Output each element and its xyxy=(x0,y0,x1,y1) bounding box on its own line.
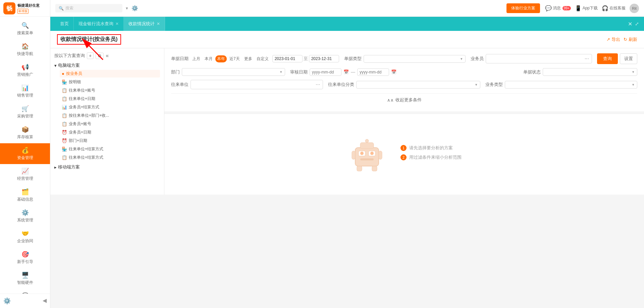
review-date-calendar-icon1[interactable]: 📅 xyxy=(343,69,349,74)
footer-settings-icon[interactable]: ⚙️ xyxy=(3,297,11,305)
tab-bank[interactable]: 现金银行流水查询 ✕ xyxy=(74,17,124,31)
step-label-1: 请先选择要分析的方案 xyxy=(409,145,453,151)
salesperson-more-icon[interactable]: ··· xyxy=(585,56,589,62)
sidebar-label-basic: 基础信息 xyxy=(17,197,33,202)
search-icon: 🔍 xyxy=(21,22,29,29)
scheme-collapse-button[interactable]: « xyxy=(106,53,109,59)
message-icon[interactable]: 💬 消息 99+ xyxy=(545,5,571,11)
sidebar-item-wechat[interactable]: 💬 企业微信 xyxy=(0,289,50,294)
trial-button[interactable]: 体验行业方案 xyxy=(506,3,540,13)
scheme-add-button[interactable]: + xyxy=(87,52,94,59)
scheme-item-icon-unit-account: 📋 xyxy=(62,88,67,93)
scheme-item-label-sp-date: 业务员+日期 xyxy=(69,130,91,135)
topbar-chevron-icon[interactable]: ▾ xyxy=(126,6,128,11)
filter-counterpart: 往来单位 ··· xyxy=(171,80,323,89)
date-tab-this-year[interactable]: 本年 xyxy=(215,55,227,62)
sidebar-item-operation[interactable]: 📈 经营管理 xyxy=(0,164,50,185)
scheme-item-unit-account[interactable]: 📋 往来单位+账号 xyxy=(60,87,160,94)
scheme-item-dept-date[interactable]: ⏰ 部门+日期 xyxy=(60,137,160,145)
filter-review-date-label: 审核日期 xyxy=(290,69,308,75)
topbar-icons: 💬 消息 99+ 📱 App下载 🎧 在线客服 Rit xyxy=(545,4,639,13)
sidebar-item-basic[interactable]: 🗂️ 基础信息 xyxy=(0,185,50,206)
export-button[interactable]: ↗ 导出 xyxy=(606,37,620,43)
footer-collapse-icon[interactable]: ◀‌‌ xyxy=(43,297,47,305)
review-date-calendar-icon2[interactable]: 📅 xyxy=(391,69,396,74)
scheme-item-salesperson[interactable]: ● 按业务员 xyxy=(60,70,160,78)
logo-area: 畅 畅捷通好生意 标准版 xyxy=(0,0,50,17)
scheme-item-label-sp-account: 业务员+账号 xyxy=(69,121,91,127)
sidebar-item-marketing[interactable]: 📢 营销推广 xyxy=(0,60,50,81)
step-num-2: 2 xyxy=(400,154,407,160)
pc-group-label[interactable]: ▾ 电脑端方案 xyxy=(54,62,160,68)
scheme-item-detail[interactable]: 🏪 按明细 xyxy=(60,78,160,86)
window-expand-icon[interactable]: ⤢ xyxy=(635,21,639,27)
sidebar-label-inventory: 库存核算 xyxy=(17,134,33,140)
scheme-item-unit-dept[interactable]: 📋 按往来单位+部门+收... xyxy=(60,112,160,119)
sidebar-item-search[interactable]: 🔍 搜索菜单 xyxy=(0,18,50,39)
biz-type-select[interactable]: ▾ xyxy=(505,81,637,89)
sidebar-item-hardware[interactable]: 🖥️ 智能硬件 xyxy=(0,268,50,289)
tree-expand-icon: ▾ xyxy=(54,63,57,68)
sidebar-item-inventory[interactable]: 📦 库存核算 xyxy=(0,122,50,143)
date-tab-more[interactable]: 更多 xyxy=(243,55,254,62)
sidebar-item-system[interactable]: ⚙️ 系统管理 xyxy=(0,206,50,226)
collapse-bar[interactable]: ∧∧ 收起更多条件 xyxy=(171,93,637,106)
scheme-item-sp-account[interactable]: 📋 业务员+账号 xyxy=(60,120,160,128)
date-tab-custom[interactable]: 自定义 xyxy=(255,55,270,62)
scheme-item-icon-unit-settle1: 🏪 xyxy=(62,147,67,152)
sidebar-item-corp[interactable]: 🤝 企业协同 xyxy=(0,226,50,247)
date-tab-last-month[interactable]: 上月 xyxy=(191,55,202,62)
window-close-icon[interactable]: ✕ xyxy=(628,21,632,27)
home-icon: 🏠 xyxy=(21,43,29,50)
scheme-item-sp-date[interactable]: ⏰ 业务员+日期 xyxy=(60,129,160,136)
tab-receipt[interactable]: 收款情况统计 ✕ xyxy=(124,17,165,31)
refresh-button[interactable]: ↻ 刷新 xyxy=(624,37,637,43)
sidebar-label-corp: 企业协同 xyxy=(17,238,33,244)
scheme-item-sp-settle[interactable]: 📊 业务员+结算方式 xyxy=(60,103,160,111)
date-from-input[interactable] xyxy=(272,55,303,62)
marketing-icon: 📢 xyxy=(21,63,29,71)
filter-buttons: 查询 设置 xyxy=(597,53,637,64)
empty-step-2: 2 用过滤条件来缩小分析范围 xyxy=(400,154,462,160)
sidebar-item-purchase[interactable]: 🛒 采购管理 xyxy=(0,102,50,122)
sidebar-label-marketing: 营销推广 xyxy=(17,72,33,78)
date-to-input[interactable] xyxy=(309,55,339,62)
topbar-search-box[interactable]: 🔍 搜索 xyxy=(55,4,122,12)
user-avatar[interactable]: Rit xyxy=(630,4,639,13)
counterpart-more-icon[interactable]: ··· xyxy=(316,82,320,88)
sidebar-item-sales[interactable]: 📊 销售管理 xyxy=(0,81,50,102)
mobile-group-label[interactable]: ▸ 移动端方案 xyxy=(54,164,160,170)
counterpart-select[interactable]: ··· xyxy=(191,80,323,89)
date-tab-7days[interactable]: 近7天 xyxy=(228,55,241,62)
counterpart-cat-select[interactable]: ▾ xyxy=(356,81,480,89)
pc-group-text: 电脑端方案 xyxy=(58,62,80,68)
review-date-from-input[interactable] xyxy=(310,68,341,76)
salesperson-select[interactable]: ··· xyxy=(486,54,592,63)
scheme-item-unit-settle2[interactable]: 📋 往来单位+结算方式 xyxy=(60,154,160,161)
app-download-link[interactable]: 📱 App下载 xyxy=(575,5,598,11)
review-date-sep: — xyxy=(351,69,355,74)
tab-receipt-close[interactable]: ✕ xyxy=(157,21,160,26)
online-service-link[interactable]: 🎧 在线客服 xyxy=(602,5,626,11)
filter-doc-status-label: 单据状态 xyxy=(523,69,541,75)
doc-status-select[interactable]: ▾ xyxy=(543,68,637,76)
sidebar-item-shortcut[interactable]: 🏠 快捷导航 xyxy=(0,39,50,60)
tab-home[interactable]: 首页 xyxy=(55,17,74,31)
doc-type-select[interactable]: ▾ xyxy=(364,55,466,63)
biz-type-dropdown-icon: ▾ xyxy=(632,83,634,87)
sidebar-item-finance[interactable]: 💰 资金管理 xyxy=(0,143,50,164)
dept-select[interactable]: ▾ xyxy=(182,68,285,76)
review-date-to-input[interactable] xyxy=(357,68,389,76)
sidebar-label-hardware: 智能硬件 xyxy=(17,280,33,286)
scheme-settings-button[interactable]: ⚙ xyxy=(96,53,104,59)
scheme-item-unit-settle1[interactable]: 🏪 往来单位+结算方式 xyxy=(60,145,160,153)
tab-bank-close[interactable]: ✕ xyxy=(115,21,119,26)
logo-title: 畅捷通好生意 xyxy=(17,3,40,8)
query-button[interactable]: 查询 xyxy=(597,53,618,64)
sidebar-item-guide[interactable]: 🎯 新手引导 xyxy=(0,247,50,268)
inventory-icon: 📦 xyxy=(21,126,29,133)
scheme-item-unit-date[interactable]: 📋 往来单位+日期 xyxy=(60,95,160,103)
topbar-gear-icon[interactable]: ⚙️ xyxy=(131,5,138,11)
date-tab-this-month[interactable]: 本月 xyxy=(203,55,214,62)
settings-filter-button[interactable]: 设置 xyxy=(620,53,637,64)
